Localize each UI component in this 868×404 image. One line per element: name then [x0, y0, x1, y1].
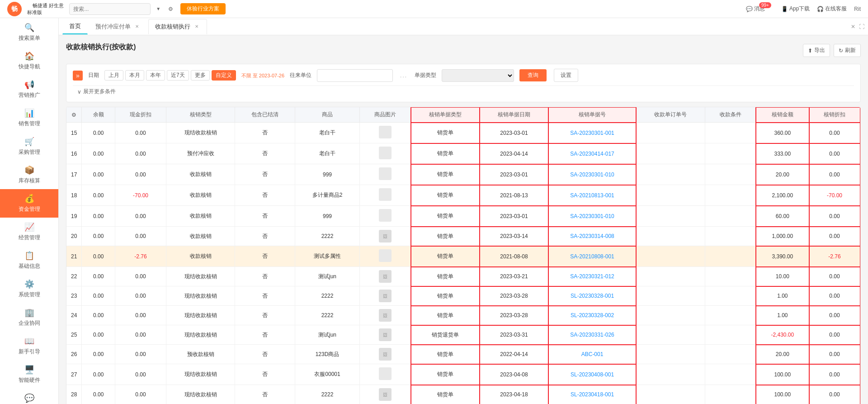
cell-writeoff-discount: 0.00 — [809, 345, 860, 364]
refresh-button[interactable]: ↻ 刷新 — [834, 44, 861, 57]
sidebar-item-purchase[interactable]: 🛒采购管理 — [0, 132, 58, 161]
voucher-no-link[interactable]: SA-20230414-017 — [570, 151, 614, 157]
cell-voucher-no[interactable]: SL-20230418-001 — [548, 385, 636, 404]
expand-filter-button[interactable]: ∨ 展开更多条件 — [73, 86, 854, 97]
sidebar-item-guide[interactable]: 📖新手引导 — [0, 332, 58, 360]
sidebar-item-base[interactable]: 📋基础信息 — [0, 246, 58, 275]
table-row: 28 0.00 0.00 现结收款核销 否 2222 🖼 销货单 2023-04… — [66, 385, 860, 404]
cell-cash-discount: 0.00 — [115, 306, 166, 325]
sidebar-item-nav[interactable]: 🏠快捷导航 — [0, 47, 58, 75]
sidebar-item-wechat[interactable]: 💬企业微信 — [0, 389, 58, 404]
date-btn-this-year[interactable]: 本年 — [146, 70, 165, 81]
sidebar-item-system[interactable]: ⚙️系统管理 — [0, 275, 58, 303]
voucher-no-link[interactable]: SA-20230314-008 — [570, 233, 614, 239]
voucher-no-link[interactable]: SL-20230328-002 — [571, 312, 614, 318]
cell-voucher-no[interactable]: SA-20230321-012 — [548, 267, 636, 286]
nav-icon: 🏠 — [24, 51, 34, 61]
solution-button[interactable]: 休验行业方案 — [180, 3, 226, 14]
export-button[interactable]: ⬆ 导出 — [803, 44, 830, 57]
cell-receipt-condition — [705, 345, 756, 364]
date-btn-custom[interactable]: 自定义 — [212, 70, 236, 81]
tab-home[interactable]: 首页 — [62, 19, 88, 34]
cell-included-settled: 否 — [235, 286, 295, 306]
cell-voucher-no[interactable]: SL-20230328-002 — [548, 306, 636, 325]
goods-image: 🖼 — [379, 230, 392, 242]
cell-voucher-date: 2023-04-18 — [480, 385, 548, 404]
cell-voucher-no[interactable]: SA-20230331-026 — [548, 325, 636, 345]
voucher-no-link[interactable]: SA-20210808-001 — [570, 253, 614, 260]
counterparty-input[interactable] — [317, 69, 393, 82]
tab-prepay-close[interactable]: ✕ — [133, 23, 141, 30]
cell-voucher-no[interactable]: SA-20210813-001 — [548, 185, 636, 206]
sidebar-item-inventory[interactable]: 📦库存核算 — [0, 161, 58, 189]
cell-voucher-no[interactable]: SA-20230301-010 — [548, 164, 636, 185]
sidebar-item-hardware[interactable]: 🖥️智能硬件 — [0, 360, 58, 389]
voucher-no-link[interactable]: SL-20230328-001 — [571, 293, 614, 299]
cell-voucher-no[interactable]: SA-20230314-008 — [548, 227, 636, 246]
cell-goods: 测试jun — [295, 267, 360, 286]
search-dropdown[interactable]: ▼ — [156, 6, 160, 11]
tab-writeoff[interactable]: 收款核销执行 ✕ — [148, 19, 207, 34]
date-btn-this-month[interactable]: 本月 — [125, 70, 144, 81]
tab-writeoff-close[interactable]: ✕ — [193, 23, 200, 30]
cell-writeoff-type: 预付冲应收 — [166, 143, 235, 164]
cell-voucher-no[interactable]: ABC-001 — [548, 345, 636, 364]
cell-balance: 0.00 — [82, 185, 115, 206]
cell-writeoff-discount: 0.00 — [809, 227, 860, 246]
voucher-no-link[interactable]: ABC-001 — [581, 351, 604, 357]
voucher-type-select[interactable] — [442, 69, 514, 82]
cell-balance: 0.00 — [82, 123, 115, 143]
cell-writeoff-type: 收款核销 — [166, 185, 235, 206]
cell-cash-discount: -70.00 — [115, 185, 166, 206]
cell-receipt-order-no — [636, 325, 705, 345]
user-avatar[interactable]: Rit — [854, 6, 861, 12]
query-button[interactable]: 查询 — [519, 69, 547, 81]
voucher-no-link[interactable]: SA-20210813-001 — [570, 192, 614, 199]
voucher-no-link[interactable]: SL-20230418-001 — [571, 391, 614, 398]
cell-included-settled: 否 — [235, 143, 295, 164]
cell-receipt-condition — [705, 267, 756, 286]
cell-voucher-type: 销货退货单 — [411, 325, 480, 345]
sidebar-item-marketing[interactable]: 📢营销推广 — [0, 75, 58, 104]
cell-voucher-no[interactable]: SA-20210808-001 — [548, 246, 636, 267]
sidebar-item-finance[interactable]: 💰资金管理 — [0, 189, 58, 218]
settings-icon[interactable]: ⚙ — [166, 5, 175, 14]
cell-goods-image — [360, 185, 411, 206]
voucher-no-link[interactable]: SA-20230301-010 — [570, 171, 614, 178]
voucher-no-link[interactable]: SL-20230408-001 — [571, 371, 614, 378]
table-row: 24 0.00 0.00 现结收款核销 否 2222 🖼 销货单 2023-03… — [66, 306, 860, 325]
sidebar-item-operation[interactable]: 📈经营管理 — [0, 218, 58, 246]
voucher-no-link[interactable]: SA-20230331-026 — [570, 332, 614, 338]
date-btn-last-month[interactable]: 上月 — [104, 70, 123, 81]
date-btn-more[interactable]: 更多 — [191, 70, 210, 81]
cell-writeoff-discount: 0.00 — [809, 267, 860, 286]
top-search-input[interactable] — [69, 3, 151, 15]
date-btn-7days[interactable]: 近7天 — [167, 70, 189, 81]
cell-writeoff-discount: 0.00 — [809, 143, 860, 164]
message-badge[interactable]: 💬 消息 99+ — [746, 5, 765, 13]
col-included-settled: 包含已结清 — [235, 107, 295, 123]
cell-voucher-date: 2021-08-13 — [480, 185, 548, 206]
sidebar-item-search[interactable]: 🔍搜索菜单 — [0, 18, 58, 47]
online-service[interactable]: 🎧 在线客服 — [817, 5, 847, 13]
voucher-no-link[interactable]: SA-20230321-012 — [570, 273, 614, 280]
cell-goods-image — [360, 206, 411, 227]
cell-voucher-no[interactable]: SL-20230408-001 — [548, 364, 636, 385]
expand-tab-icon[interactable]: ⛶ — [859, 24, 864, 30]
cell-voucher-no[interactable]: SL-20230328-001 — [548, 286, 636, 306]
sidebar-item-sales[interactable]: 📊销售管理 — [0, 104, 58, 132]
cell-goods-image — [360, 164, 411, 185]
col-gear: ⚙ — [66, 107, 82, 123]
app-download[interactable]: 📱 App下载 — [781, 5, 810, 13]
cell-voucher-no[interactable]: SA-20230301-001 — [548, 123, 636, 143]
sidebar-item-corp[interactable]: 🏢企业协同 — [0, 303, 58, 332]
filter-toggle[interactable]: » — [73, 71, 83, 81]
voucher-no-link[interactable]: SA-20230301-001 — [570, 130, 614, 136]
voucher-no-link[interactable]: SA-20230301-010 — [570, 213, 614, 219]
cell-voucher-no[interactable]: SA-20230414-017 — [548, 143, 636, 164]
close-tab-icon[interactable]: ✕ — [851, 24, 855, 30]
cell-receipt-condition — [705, 143, 756, 164]
settings-button[interactable]: 设置 — [554, 69, 578, 82]
tab-prepay[interactable]: 预付冲应付单 ✕ — [89, 19, 147, 34]
cell-voucher-no[interactable]: SA-20230301-010 — [548, 206, 636, 227]
